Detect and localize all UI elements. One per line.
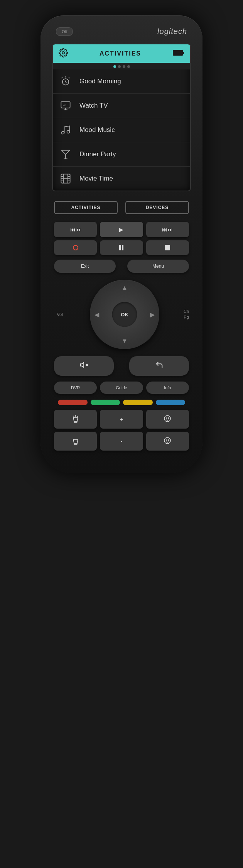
dpad: ▲ ▼ ◀ ▶ OK bbox=[90, 280, 159, 349]
screen-header: ACTIVITIES bbox=[53, 44, 190, 63]
minus-icon: - bbox=[121, 438, 123, 444]
flashlight-down-icon bbox=[72, 436, 79, 446]
act-dev-row: ACTIVITIES DEVICES bbox=[54, 201, 189, 214]
svg-point-13 bbox=[67, 130, 70, 133]
pause-button[interactable] bbox=[100, 240, 143, 255]
bottom-row-2: - bbox=[54, 432, 189, 451]
activities-button[interactable]: ACTIVITIES bbox=[54, 201, 118, 214]
off-button[interactable]: Off bbox=[56, 27, 73, 36]
svg-line-5 bbox=[62, 78, 62, 78]
gear-icon[interactable] bbox=[59, 48, 68, 59]
svg-point-12 bbox=[62, 132, 64, 134]
svg-rect-2 bbox=[183, 52, 184, 54]
transport-row: ⏮⏮ ▶ ⏭⏭ bbox=[54, 222, 189, 237]
menu-item-watch-tv-label: Watch TV bbox=[79, 102, 108, 110]
film-icon bbox=[59, 172, 73, 186]
cocktail-icon bbox=[59, 147, 73, 161]
green-color-button[interactable] bbox=[91, 400, 120, 405]
bottom-row-1: + bbox=[54, 410, 189, 429]
menu-item-dinner-party-label: Dinner Party bbox=[79, 150, 116, 158]
color-row bbox=[54, 400, 189, 405]
exit-button[interactable]: Exit bbox=[54, 260, 116, 273]
buttons-section: ACTIVITIES DEVICES ⏮⏮ ▶ ⏭⏭ bbox=[52, 201, 191, 451]
dot-1 bbox=[113, 65, 116, 68]
light-down-button[interactable] bbox=[54, 432, 97, 451]
dpad-section: Vol ▲ ▼ ◀ ▶ OK ChPg bbox=[54, 280, 189, 349]
power-outlet-2-button[interactable] bbox=[146, 432, 189, 451]
svg-text:HD: HD bbox=[63, 104, 66, 106]
dpad-up-arrow[interactable]: ▲ bbox=[122, 284, 128, 291]
power-outlet-1-button[interactable] bbox=[146, 410, 189, 429]
play-icon: ▶ bbox=[119, 226, 123, 233]
dot-4 bbox=[127, 65, 130, 68]
mute-icon bbox=[80, 361, 88, 371]
mute-button[interactable] bbox=[54, 356, 114, 376]
dpad-ring[interactable]: ▲ ▼ ◀ ▶ OK bbox=[90, 280, 159, 349]
menu-button[interactable]: Menu bbox=[127, 260, 189, 273]
svg-point-35 bbox=[164, 437, 170, 444]
info-button[interactable]: Info bbox=[146, 382, 189, 394]
dpad-right-arrow[interactable]: ▶ bbox=[150, 311, 155, 318]
plus-button[interactable]: + bbox=[100, 410, 143, 429]
power-outlet-2-icon bbox=[164, 437, 171, 446]
svg-marker-33 bbox=[73, 439, 78, 443]
dot-3 bbox=[123, 65, 125, 68]
back-button[interactable] bbox=[129, 356, 189, 376]
music-note-icon bbox=[59, 123, 73, 137]
minus-button[interactable]: - bbox=[100, 432, 143, 451]
yellow-color-button[interactable] bbox=[123, 400, 153, 405]
dvr-button[interactable]: DVR bbox=[54, 382, 97, 394]
fast-forward-icon: ⏭⏭ bbox=[162, 226, 173, 233]
light-up-button[interactable] bbox=[54, 410, 97, 429]
exit-menu-row: Exit Menu bbox=[54, 260, 189, 273]
remote-top: Off logitech bbox=[52, 27, 191, 36]
svg-rect-26 bbox=[74, 421, 77, 422]
blue-color-button[interactable] bbox=[156, 400, 186, 405]
menu-item-good-morning[interactable]: Good Morning bbox=[53, 69, 190, 94]
menu-item-mood-music[interactable]: Mood Music bbox=[53, 118, 190, 142]
dpad-left-arrow[interactable]: ◀ bbox=[94, 311, 99, 318]
rewind-icon: ⏮⏮ bbox=[70, 226, 81, 233]
svg-marker-22 bbox=[80, 363, 83, 368]
menu-item-watch-tv[interactable]: HD Watch TV bbox=[53, 94, 190, 118]
svg-line-6 bbox=[69, 78, 69, 78]
screen-dots bbox=[53, 63, 190, 69]
ok-button[interactable]: OK bbox=[112, 302, 137, 327]
svg-line-28 bbox=[73, 416, 74, 417]
svg-rect-34 bbox=[74, 443, 77, 444]
menu-item-dinner-party[interactable]: Dinner Party bbox=[53, 142, 190, 167]
dpad-down-arrow[interactable]: ▼ bbox=[122, 338, 128, 344]
rewind-button[interactable]: ⏮⏮ bbox=[54, 222, 97, 237]
stop-icon bbox=[165, 245, 170, 250]
guide-button[interactable]: Guide bbox=[100, 382, 143, 394]
alarm-clock-icon bbox=[59, 74, 73, 88]
ch-pg-label: ChPg bbox=[184, 309, 189, 321]
mute-back-row bbox=[54, 356, 189, 376]
menu-item-mood-music-label: Mood Music bbox=[79, 126, 115, 134]
stop-button[interactable] bbox=[146, 240, 189, 255]
fast-forward-button[interactable]: ⏭⏭ bbox=[146, 222, 189, 237]
remote: Off logitech ACTIVITIES bbox=[40, 15, 202, 473]
power-outlet-1-icon bbox=[164, 415, 171, 424]
devices-button[interactable]: DEVICES bbox=[125, 201, 189, 214]
menu-item-good-morning-label: Good Morning bbox=[79, 78, 121, 85]
play-button[interactable]: ▶ bbox=[100, 222, 143, 237]
record-button[interactable] bbox=[54, 240, 97, 255]
dot-2 bbox=[118, 65, 121, 68]
svg-point-0 bbox=[62, 52, 64, 54]
menu-item-movie-time[interactable]: Movie Time bbox=[53, 167, 190, 191]
vol-label: Vol bbox=[54, 312, 66, 317]
brand-logo: logitech bbox=[157, 27, 187, 36]
plus-icon: + bbox=[120, 416, 123, 422]
back-icon bbox=[155, 361, 164, 371]
tv-icon: HD bbox=[59, 99, 73, 113]
record-icon bbox=[73, 245, 78, 250]
dpad-wrapper: ▲ ▼ ◀ ▶ OK bbox=[66, 280, 184, 349]
svg-marker-25 bbox=[73, 417, 78, 421]
pause-icon bbox=[119, 245, 123, 250]
battery-icon bbox=[173, 50, 184, 57]
red-color-button[interactable] bbox=[58, 400, 88, 405]
transport-row2 bbox=[54, 240, 189, 255]
svg-point-30 bbox=[164, 415, 170, 422]
svg-rect-3 bbox=[173, 51, 182, 55]
